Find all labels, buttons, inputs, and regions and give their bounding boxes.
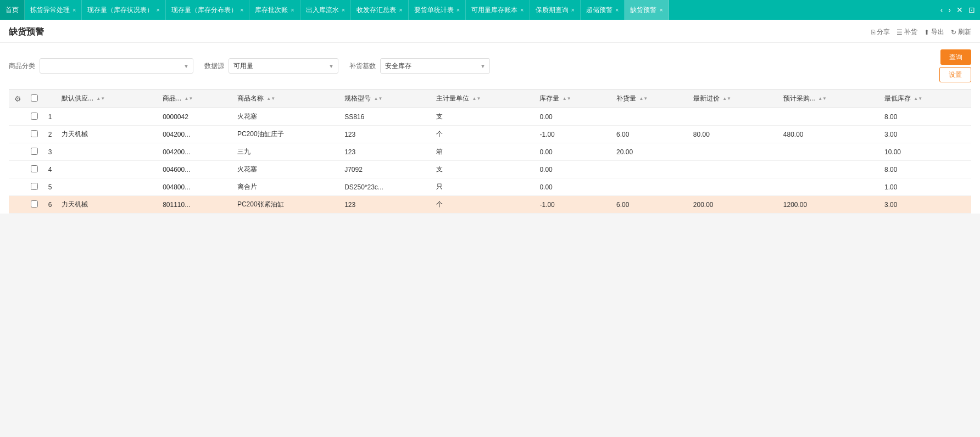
th-price[interactable]: 最新进价 ▲▼ bbox=[690, 89, 780, 108]
td-settings-3 bbox=[9, 161, 26, 178]
nav-prev-button[interactable]: ‹ bbox=[938, 0, 946, 20]
nav-tab-expiry[interactable]: 保质期查询 × bbox=[530, 0, 581, 20]
td-num-3: 4 bbox=[42, 161, 58, 178]
nav-close-button[interactable]: ✕ bbox=[954, 0, 966, 20]
close-batch-icon[interactable]: × bbox=[291, 7, 294, 13]
td-stock-0: 0.00 bbox=[536, 108, 613, 126]
replenish-select[interactable]: 安全库存 最低库存 bbox=[380, 58, 490, 74]
th-estimate[interactable]: 预计采购... ▲▼ bbox=[780, 89, 881, 108]
td-stock-4: 0.00 bbox=[536, 178, 613, 196]
td-estimate-4 bbox=[780, 178, 881, 196]
nav-tab-available[interactable]: 可用量库存账本 × bbox=[466, 0, 530, 20]
td-name-4: 离合片 bbox=[234, 178, 341, 196]
td-code-4: 004800... bbox=[159, 178, 234, 196]
close-inventory1-icon[interactable]: × bbox=[156, 7, 159, 13]
td-checkbox-1 bbox=[26, 126, 42, 143]
nav-next-button[interactable]: › bbox=[945, 0, 954, 20]
th-unit[interactable]: 主计量单位 ▲▼ bbox=[433, 89, 536, 108]
close-shortage-icon[interactable]: × bbox=[659, 7, 662, 13]
table-body: 1 0000042 火花塞 SS816 支 0.00 8.00 2 力天机械 0… bbox=[9, 108, 971, 214]
nav-tab-order-label: 要货单统计表 bbox=[414, 5, 454, 15]
nav-tab-overstock[interactable]: 超储预警 × bbox=[581, 0, 625, 20]
table-row[interactable]: 5 004800... 离合片 DS250*23c... 只 0.00 1.00 bbox=[9, 178, 971, 196]
nav-tab-batch[interactable]: 库存批次账 × bbox=[249, 0, 300, 20]
table-row[interactable]: 2 力天机械 004200... PC200油缸庄子 123 个 -1.00 6… bbox=[9, 126, 971, 143]
nav-tab-summary[interactable]: 收发存汇总表 × bbox=[351, 0, 408, 20]
table-row[interactable]: 3 004200... 三九 123 箱 0.00 20.00 10.00 bbox=[9, 143, 971, 161]
row-checkbox-2[interactable] bbox=[31, 148, 38, 155]
select-all-checkbox[interactable] bbox=[31, 94, 38, 102]
nav-tab-inventory1[interactable]: 现存量（库存状况表） × bbox=[82, 0, 165, 20]
th-spec[interactable]: 规格型号 ▲▼ bbox=[341, 89, 433, 108]
th-minstock[interactable]: 最低库存 ▲▼ bbox=[881, 89, 971, 108]
td-replenish-3 bbox=[613, 161, 690, 178]
settings-button[interactable]: 设置 bbox=[939, 67, 971, 82]
nav-tab-inventory2[interactable]: 现存量（库存分布表） × bbox=[166, 0, 249, 20]
th-name[interactable]: 商品名称 ▲▼ bbox=[234, 89, 341, 108]
nav-tab-home[interactable]: 首页 bbox=[0, 0, 25, 20]
datasource-select-wrapper: 可用量 库存量 bbox=[229, 58, 338, 74]
td-checkbox-2 bbox=[26, 143, 42, 161]
table-row[interactable]: 6 力天机械 801110... PC200张紧油缸 123 个 -1.00 6… bbox=[9, 196, 971, 214]
th-replenish[interactable]: 补货量 ▲▼ bbox=[613, 89, 690, 108]
nav-bar: 首页 拣货异常处理 × 现存量（库存状况表） × 现存量（库存分布表） × 库存… bbox=[0, 0, 980, 20]
td-checkbox-4 bbox=[26, 178, 42, 196]
query-button[interactable]: 查询 bbox=[940, 49, 971, 65]
close-summary-icon[interactable]: × bbox=[399, 7, 402, 13]
export-action[interactable]: ⬆ 导出 bbox=[924, 27, 944, 37]
td-spec-4: DS250*23c... bbox=[341, 178, 433, 196]
nav-controls: ‹ › ✕ ⊡ bbox=[938, 0, 980, 20]
close-expiry-icon[interactable]: × bbox=[571, 7, 575, 13]
nav-tab-batch-label: 库存批次账 bbox=[255, 5, 288, 15]
datasource-select[interactable]: 可用量 库存量 bbox=[229, 58, 338, 74]
refresh-label: 刷新 bbox=[958, 27, 971, 37]
refresh-action[interactable]: ↻ 刷新 bbox=[951, 27, 971, 37]
th-num bbox=[42, 89, 58, 108]
nav-tab-order[interactable]: 要货单统计表 × bbox=[409, 0, 466, 20]
sort-minstock-icon: ▲▼ bbox=[914, 97, 922, 101]
nav-tab-inventory2-label: 现存量（库存分布表） bbox=[171, 5, 237, 15]
category-filter: 商品分类 bbox=[9, 58, 193, 74]
td-code-2: 004200... bbox=[159, 143, 234, 161]
td-settings-5 bbox=[9, 196, 26, 214]
th-stock[interactable]: 库存量 ▲▼ bbox=[536, 89, 613, 108]
replenish-action[interactable]: ☰ 补货 bbox=[897, 27, 917, 37]
td-price-1: 80.00 bbox=[690, 126, 780, 143]
refresh-icon: ↻ bbox=[951, 29, 956, 36]
nav-tab-picking-label: 拣货异常处理 bbox=[30, 5, 70, 15]
close-inventory2-icon[interactable]: × bbox=[240, 7, 243, 13]
th-supplier[interactable]: 默认供应... ▲▼ bbox=[58, 89, 159, 108]
share-action[interactable]: ⎘ 分享 bbox=[871, 27, 890, 37]
nav-tab-inout-label: 出入库流水 bbox=[306, 5, 339, 15]
settings-gear-icon[interactable]: ⚙ bbox=[14, 94, 21, 103]
row-checkbox-5[interactable] bbox=[31, 200, 38, 208]
nav-tab-inout[interactable]: 出入库流水 × bbox=[300, 0, 351, 20]
category-select-wrapper bbox=[40, 58, 193, 74]
close-inout-icon[interactable]: × bbox=[342, 7, 345, 13]
th-code-label: 商品... bbox=[163, 94, 181, 102]
td-estimate-3 bbox=[780, 161, 881, 178]
nav-tab-shortage[interactable]: 缺货预警 × bbox=[625, 0, 669, 20]
table-header-row: ⚙ 默认供应... ▲▼ 商品... ▲▼ 商品名称 bbox=[9, 89, 971, 108]
td-price-4 bbox=[690, 178, 780, 196]
close-available-icon[interactable]: × bbox=[520, 7, 524, 13]
td-code-3: 004600... bbox=[159, 161, 234, 178]
row-checkbox-3[interactable] bbox=[31, 165, 38, 172]
th-price-label: 最新进价 bbox=[693, 94, 720, 102]
row-checkbox-0[interactable] bbox=[31, 113, 38, 120]
data-table: ⚙ 默认供应... ▲▼ 商品... ▲▼ 商品名称 bbox=[9, 89, 971, 214]
td-supplier-2 bbox=[58, 143, 159, 161]
nav-maximize-button[interactable]: ⊡ bbox=[966, 0, 978, 20]
close-order-icon[interactable]: × bbox=[456, 7, 460, 13]
nav-tab-picking[interactable]: 拣货异常处理 × bbox=[25, 0, 82, 20]
category-select[interactable] bbox=[40, 58, 193, 74]
table-row[interactable]: 1 0000042 火花塞 SS816 支 0.00 8.00 bbox=[9, 108, 971, 126]
row-checkbox-4[interactable] bbox=[31, 183, 38, 190]
row-checkbox-1[interactable] bbox=[31, 130, 38, 137]
close-picking-icon[interactable]: × bbox=[73, 7, 76, 13]
close-overstock-icon[interactable]: × bbox=[615, 7, 619, 13]
td-num-1: 2 bbox=[42, 126, 58, 143]
th-code[interactable]: 商品... ▲▼ bbox=[159, 89, 234, 108]
table-row[interactable]: 4 004600... 火花塞 J7092 支 0.00 8.00 bbox=[9, 161, 971, 178]
td-spec-2: 123 bbox=[341, 143, 433, 161]
